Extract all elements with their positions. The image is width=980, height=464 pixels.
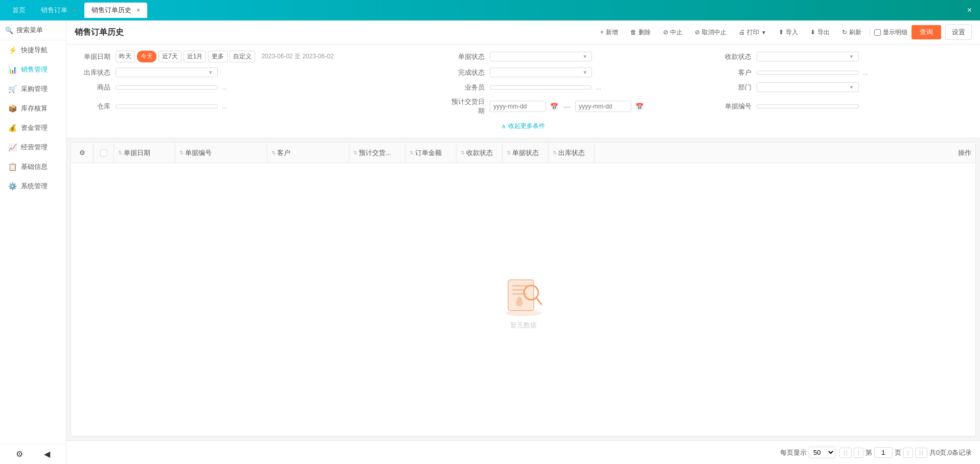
tab-home[interactable]: 首页 [5,3,33,18]
warehouse-status-field: ▼ [116,68,439,77]
filter-row-2: 出库状态 ▼ 完成状态 ▼ 客户 [75,68,972,77]
sidebar-item-finance[interactable]: 💰 资金管理 [0,118,66,138]
delivery-date-label: 预计交货日期 [449,97,490,116]
date-btn-more[interactable]: 更多 [208,51,227,62]
import-button[interactable]: ⬆ 导入 [774,26,802,39]
header-checkbox[interactable] [100,149,107,157]
delivery-date-start-cal-icon[interactable]: 📅 [550,103,558,111]
collapse-button[interactable]: ∧ 收起更多条件 [500,121,546,131]
sidebar-item-sales-mgmt-label: 销售管理 [21,65,48,74]
svg-point-8 [517,297,522,302]
tab-sales-order-close[interactable]: × [73,7,76,14]
tab-sales-order[interactable]: 销售订单 × [34,3,83,18]
goods-more-btn[interactable]: ... [220,84,229,91]
warehouse-status-select[interactable]: ▼ [116,68,218,77]
refresh-button[interactable]: ↻ 刷新 [838,26,865,39]
sidebar-item-inventory[interactable]: 📦 库存核算 [0,99,66,118]
sort-no-icon: ⇅ [179,150,184,156]
warehouse-select[interactable] [116,104,218,108]
th-pay-status[interactable]: ⇅ 收款状态 [457,143,503,163]
tab-sales-order-label: 销售订单 [41,6,67,15]
top-close-btn[interactable]: × [964,5,975,16]
delivery-date-end-cal-icon[interactable]: 📅 [635,103,644,111]
complete-status-select[interactable]: ▼ [490,68,592,77]
sidebar-settings-icon[interactable]: ⚙ [16,449,23,459]
warehouse-more-btn[interactable]: ... [220,103,229,110]
th-no[interactable]: ⇅ 单据编号 [175,143,267,163]
sidebar-item-operations[interactable]: 📈 经营管理 [0,138,66,157]
page-input[interactable] [874,447,893,458]
th-customer[interactable]: ⇅ 客户 [267,143,349,163]
salesman-more-btn[interactable]: ... [594,84,603,91]
collapse-label: 收起更多条件 [508,122,545,130]
tab-sales-history-close[interactable]: × [136,7,140,14]
th-date[interactable]: ⇅ 单据日期 [114,143,175,163]
page-size-select[interactable]: 10 20 50 100 [809,447,835,458]
complete-status-field: ▼ [490,68,705,77]
table-settings-icon[interactable]: ⚙ [79,149,85,157]
page-header: 销售订单历史 + 新增 🗑 删除 ⊘ 中止 ⊘ 取消中止 [66,20,980,45]
sidebar-search-label: 搜索菜单 [16,26,43,35]
query-button[interactable]: 查询 [911,25,941,39]
show-detail-checkbox[interactable] [874,29,881,36]
th-warehouse-status[interactable]: ⇅ 出库状态 [549,143,595,163]
th-checkbox[interactable] [94,143,114,163]
sidebar-item-basic-info-label: 基础信息 [21,162,48,171]
prev-page-btn[interactable]: ⟨ [854,448,863,458]
delivery-date-start-input[interactable] [490,101,546,112]
bill-no-input[interactable] [757,104,859,108]
svg-point-0 [506,310,541,316]
bill-status-select[interactable]: ▼ [490,52,592,61]
delivery-date-end-input[interactable] [575,101,631,112]
payment-status-select[interactable]: ▼ [757,52,859,61]
sidebar-item-system[interactable]: ⚙️ 系统管理 [0,176,66,196]
sidebar-search[interactable]: 🔍 搜索菜单 [0,20,66,40]
cancel-stop-icon: ⊘ [695,29,700,36]
tab-home-label: 首页 [12,6,26,15]
print-button[interactable]: 🖨 打印 ▼ [735,26,770,39]
page-title: 销售订单历史 [75,27,124,38]
th-settings[interactable]: ⚙ [71,143,94,163]
settings-button[interactable]: 设置 [945,25,972,40]
salesman-select[interactable] [490,85,592,90]
table-header: ⚙ ⇅ 单据日期 ⇅ 单据编号 ⇅ 客户 ⇅ [71,143,975,163]
goods-select[interactable] [116,85,218,90]
stop-button[interactable]: ⊘ 中止 [659,26,687,39]
th-delivery[interactable]: ⇅ 预计交货... [349,143,405,163]
new-button[interactable]: + 新增 [596,26,622,39]
last-page-btn[interactable]: ⟩⟩ [915,448,927,458]
date-btn-7days[interactable]: 近7天 [158,51,181,62]
sidebar-item-purchase-mgmt[interactable]: 🛒 采购管理 [0,79,66,99]
sidebar-item-basic-info[interactable]: 📋 基础信息 [0,157,66,176]
cancel-stop-button[interactable]: ⊘ 取消中止 [691,26,731,39]
sidebar-item-quick-nav-label: 快捷导航 [21,46,48,55]
th-action: 操作 [595,143,975,163]
next-page-btn[interactable]: ⟩ [903,448,913,458]
sidebar-item-sales-mgmt[interactable]: 📊 销售管理 [0,60,66,79]
export-button[interactable]: ⬇ 导出 [806,26,834,39]
delete-button[interactable]: 🗑 删除 [626,26,655,39]
tab-sales-history[interactable]: 销售订单历史 × [84,3,147,18]
customer-select[interactable] [757,71,859,75]
delivery-date-field: 📅 — 📅 [490,101,705,112]
customer-more-btn[interactable]: ... [861,69,870,76]
page-size-wrapper: 每页显示 10 20 50 100 [780,447,835,458]
sort-warehouse-icon: ⇅ [553,150,557,156]
th-bill-status[interactable]: ⇅ 单据状态 [503,143,549,163]
bill-date-label: 单据日期 [75,52,116,61]
th-amount[interactable]: ⇅ 订单金额 [405,143,457,163]
date-btn-custom[interactable]: 自定义 [230,51,255,62]
toolbar-divider [870,28,870,36]
warehouse-status-arrow-icon: ▼ [208,70,213,75]
date-btn-today[interactable]: 今天 [137,51,156,62]
sidebar-item-quick-nav[interactable]: ⚡ 快捷导航 [0,40,66,60]
date-btn-1month[interactable]: 近1月 [184,51,207,62]
customer-label: 客户 [716,68,757,77]
first-page-btn[interactable]: ⟨⟨ [839,448,852,458]
department-select[interactable]: ▼ [757,82,859,92]
sort-delivery-icon: ⇅ [353,150,357,156]
show-detail-checkbox-wrapper[interactable]: 显示明细 [874,28,907,37]
sidebar-expand-icon[interactable]: ◀ [44,449,50,459]
date-btn-yesterday[interactable]: 昨天 [116,51,135,62]
sort-amount-icon: ⇅ [409,150,414,156]
